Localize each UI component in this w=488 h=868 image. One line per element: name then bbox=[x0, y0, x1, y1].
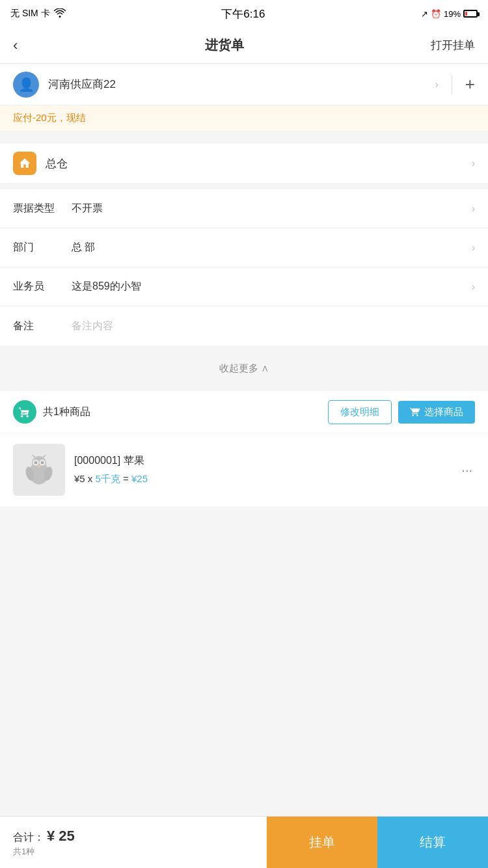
product-more-button[interactable]: ··· bbox=[459, 463, 475, 478]
warehouse-row[interactable]: 总仓 › bbox=[0, 144, 488, 183]
supplier-avatar: 👤 bbox=[13, 72, 39, 98]
settle-button[interactable]: 结算 bbox=[377, 817, 488, 868]
svg-point-5 bbox=[41, 461, 44, 465]
supplier-name: 河南供应商22 bbox=[48, 77, 435, 92]
staff-chevron-icon: › bbox=[472, 281, 475, 293]
bottom-total: 合计： ¥ 25 共1种 bbox=[0, 817, 267, 868]
status-left: 无 SIM 卡 bbox=[10, 8, 66, 20]
dept-label: 部门 bbox=[13, 241, 65, 254]
page-title: 进货单 bbox=[205, 36, 244, 54]
battery-icon bbox=[463, 10, 478, 18]
dept-value: 总 部 bbox=[65, 241, 472, 254]
products-icon bbox=[13, 400, 36, 424]
product-price: ¥5 x 5千克 = ¥25 bbox=[74, 473, 450, 485]
supplier-alert: 应付-20元，现结 bbox=[0, 105, 488, 137]
product-info: [0000001] 苹果 ¥5 x 5千克 = ¥25 bbox=[74, 454, 450, 485]
hang-button[interactable]: 挂单 bbox=[267, 817, 377, 868]
staff-value: 这是859的小智 bbox=[65, 280, 472, 293]
warehouse-card: 总仓 › bbox=[0, 144, 488, 183]
sim-status: 无 SIM 卡 bbox=[10, 8, 50, 20]
total-amount: ¥ 25 bbox=[47, 828, 75, 845]
warehouse-icon bbox=[13, 152, 36, 175]
svg-marker-7 bbox=[32, 454, 36, 457]
staff-row[interactable]: 业务员 这是859的小智 › bbox=[0, 267, 488, 306]
products-count: 共1种商品 bbox=[43, 405, 321, 419]
status-right: ↗ ⏰ 19% bbox=[421, 9, 478, 19]
supplier-row[interactable]: 👤 河南供应商22 › + bbox=[0, 64, 488, 105]
product-thumbnail bbox=[13, 444, 65, 496]
status-time: 下午6:16 bbox=[221, 7, 265, 21]
select-product-icon bbox=[410, 407, 420, 417]
remark-input[interactable]: 备注内容 bbox=[65, 319, 475, 333]
ticket-value: 不开票 bbox=[65, 202, 472, 215]
svg-point-4 bbox=[34, 461, 38, 465]
product-item: [0000001] 苹果 ¥5 x 5千克 = ¥25 ··· bbox=[0, 433, 488, 506]
equals-sign: = bbox=[120, 473, 131, 484]
ticket-chevron-icon: › bbox=[472, 203, 475, 215]
product-image bbox=[23, 454, 55, 486]
location-icon: ↗ bbox=[421, 9, 428, 19]
select-product-button[interactable]: 选择商品 bbox=[398, 401, 475, 424]
ticket-label: 票据类型 bbox=[13, 202, 65, 215]
bottom-bar: 合计： ¥ 25 共1种 挂单 结算 bbox=[0, 816, 488, 868]
avatar-icon: 👤 bbox=[18, 77, 34, 92]
dept-chevron-icon: › bbox=[472, 242, 475, 254]
ticket-type-row[interactable]: 票据类型 不开票 › bbox=[0, 189, 488, 228]
remark-label: 备注 bbox=[13, 319, 65, 333]
add-supplier-button[interactable]: + bbox=[465, 74, 475, 94]
remark-row[interactable]: 备注 备注内容 bbox=[0, 306, 488, 346]
content-area: 👤 河南供应商22 › + 应付-20元，现结 总仓 › 票据类型 不开 bbox=[0, 64, 488, 565]
alarm-icon: ⏰ bbox=[431, 9, 441, 19]
vertical-divider bbox=[452, 75, 452, 94]
price-prefix: ¥5 x bbox=[74, 473, 96, 484]
staff-label: 业务员 bbox=[13, 280, 65, 293]
total-label: 合计： bbox=[13, 831, 44, 845]
collapse-button[interactable]: 收起更多 ∧ bbox=[0, 352, 488, 385]
status-bar: 无 SIM 卡 下午6:16 ↗ ⏰ 19% bbox=[0, 0, 488, 27]
product-qty: 5千克 bbox=[96, 473, 120, 484]
product-total: ¥25 bbox=[131, 473, 148, 484]
dept-row[interactable]: 部门 总 部 › bbox=[0, 228, 488, 267]
back-button[interactable]: ‹ bbox=[13, 37, 18, 54]
supplier-card: 👤 河南供应商22 › + 应付-20元，现结 bbox=[0, 64, 488, 137]
products-header: 共1种商品 修改明细 选择商品 bbox=[0, 391, 488, 433]
total-sub: 共1种 bbox=[13, 846, 254, 858]
supplier-actions: › + bbox=[435, 74, 475, 94]
warehouse-chevron-icon: › bbox=[472, 157, 475, 169]
form-section: 票据类型 不开票 › 部门 总 部 › 业务员 这是859的小智 › 备注 备注… bbox=[0, 189, 488, 346]
battery-percent: 19% bbox=[444, 9, 461, 19]
nav-bar: ‹ 进货单 打开挂单 bbox=[0, 27, 488, 64]
select-product-label: 选择商品 bbox=[424, 406, 463, 418]
open-hang-button[interactable]: 打开挂单 bbox=[431, 38, 475, 53]
warehouse-name: 总仓 bbox=[46, 156, 472, 171]
supplier-chevron-icon: › bbox=[435, 79, 438, 90]
svg-marker-8 bbox=[42, 454, 46, 457]
wifi-icon bbox=[54, 8, 66, 20]
edit-details-button[interactable]: 修改明细 bbox=[328, 400, 392, 424]
product-name: [0000001] 苹果 bbox=[74, 454, 450, 468]
